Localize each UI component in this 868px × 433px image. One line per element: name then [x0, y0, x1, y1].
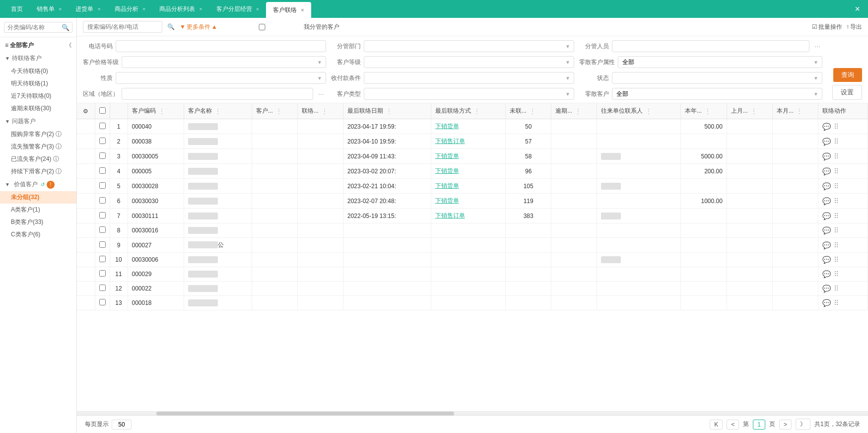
sidebar-item-class-c[interactable]: C类客户(6) [0, 228, 76, 241]
select-all-checkbox[interactable] [99, 107, 106, 114]
last-page-btn[interactable]: 》 [796, 419, 810, 430]
filter-cust-type-select[interactable] [364, 88, 574, 100]
first-page-btn[interactable]: K [710, 420, 723, 430]
more-conditions-btn[interactable]: ▼ 更多条件 ▲ [180, 23, 217, 31]
row-checkbox[interactable] [99, 226, 106, 233]
action-more-icon[interactable]: ⠿ [834, 256, 839, 264]
action-more-icon[interactable]: ⠿ [834, 152, 839, 160]
tab-product-analysis-close[interactable]: × [142, 0, 145, 18]
filter-zone-dots[interactable]: ··· [316, 90, 326, 98]
per-page-input[interactable] [112, 420, 132, 430]
action-chat-icon[interactable]: 💬 [822, 167, 831, 175]
reset-btn[interactable]: 设置 [832, 85, 862, 100]
row-checkbox-cell[interactable] [95, 267, 110, 282]
sidebar-item-declining[interactable]: 持续下滑客户(2) ⓘ [0, 165, 76, 178]
next-page-btn[interactable]: > [779, 420, 792, 430]
tab-product-analysis-list-close[interactable]: × [199, 0, 202, 18]
action-chat-icon[interactable]: 💬 [822, 138, 831, 145]
all-customers-header[interactable]: ≡ 全部客户 《 [0, 37, 76, 52]
row-checkbox-cell[interactable] [95, 149, 110, 164]
action-chat-icon[interactable]: 💬 [822, 212, 831, 220]
sidebar-item-tomorrow[interactable]: 明天待联络(1) [0, 77, 76, 90]
row-checkbox[interactable] [99, 197, 106, 204]
sidebar-collapse-icon[interactable]: 《 [66, 42, 71, 49]
row-checkbox[interactable] [99, 182, 106, 189]
action-chat-icon[interactable]: 💬 [822, 241, 831, 249]
global-close-btn[interactable]: × [855, 4, 860, 14]
action-more-icon[interactable]: ⠿ [834, 299, 839, 307]
row-checkbox-cell[interactable] [95, 179, 110, 194]
prev-page-btn[interactable]: < [727, 420, 739, 430]
row-checkbox[interactable] [99, 212, 106, 218]
action-more-icon[interactable]: ⠿ [834, 226, 839, 234]
tab-customer-segment-close[interactable]: × [256, 0, 259, 18]
tab-purchase-close[interactable]: × [97, 0, 100, 18]
row-checkbox-cell[interactable] [95, 223, 110, 238]
row-checkbox-cell[interactable] [95, 119, 110, 134]
col-checkbox[interactable] [95, 103, 110, 119]
row-checkbox[interactable] [99, 299, 106, 305]
action-more-icon[interactable]: ⠿ [834, 241, 839, 249]
sidebar-item-7days[interactable]: 近7天待联络(0) [0, 90, 76, 102]
sidebar-item-churned[interactable]: 已流失客户(24) ⓘ [0, 153, 76, 165]
filter-manager-dots[interactable]: ··· [812, 42, 822, 50]
search-input[interactable] [83, 21, 162, 33]
row-checkbox[interactable] [99, 241, 106, 248]
action-more-icon[interactable]: ⠿ [834, 123, 839, 131]
tab-customer-contact-close[interactable]: × [301, 2, 304, 18]
tab-sales-close[interactable]: × [59, 0, 62, 18]
tab-home[interactable]: 首页 [4, 0, 30, 18]
row-checkbox-cell[interactable] [95, 296, 110, 310]
sidebar-item-class-b[interactable]: B类客户(33) [0, 216, 76, 228]
filter-manager-input[interactable] [612, 40, 809, 52]
row-checkbox[interactable] [99, 123, 106, 129]
filter-payment-select[interactable] [364, 72, 574, 84]
query-btn[interactable]: 查询 [833, 68, 862, 82]
action-chat-icon[interactable]: 💬 [822, 182, 831, 190]
filter-status-select[interactable] [612, 72, 822, 84]
tab-product-analysis-list[interactable]: 商品分析列表 × [152, 0, 209, 18]
row-checkbox-cell[interactable] [95, 134, 110, 149]
tab-sales[interactable]: 销售单 × [30, 0, 68, 18]
row-checkbox-cell[interactable] [95, 164, 110, 179]
row-checkbox-cell[interactable] [95, 253, 110, 267]
filter-price-grade-select[interactable] [122, 56, 326, 68]
col-gear[interactable]: ⚙ [77, 103, 95, 119]
filter-cust-grade-select[interactable] [364, 56, 574, 68]
action-more-icon[interactable]: ⠿ [834, 270, 839, 278]
value-refresh-icon[interactable]: ↺ [41, 182, 45, 187]
sidebar-item-today[interactable]: 今天待联络(0) [0, 65, 76, 77]
action-chat-icon[interactable]: 💬 [822, 256, 831, 264]
batch-ops-btn[interactable]: ☑ 批量操作 [812, 23, 842, 31]
tab-customer-contact[interactable]: 客户联络 × [266, 2, 311, 18]
action-chat-icon[interactable]: 💬 [822, 270, 831, 278]
my-customers-checkbox-wrap[interactable]: 我分管的客户 [222, 23, 339, 31]
row-checkbox[interactable] [99, 152, 106, 159]
action-chat-icon[interactable]: 💬 [822, 152, 831, 160]
tab-customer-segment[interactable]: 客户分层经营 × [209, 0, 266, 18]
row-checkbox-cell[interactable] [95, 209, 110, 223]
row-checkbox-cell[interactable] [95, 282, 110, 296]
action-chat-icon[interactable]: 💬 [822, 123, 831, 131]
row-checkbox[interactable] [99, 285, 106, 291]
action-chat-icon[interactable]: 💬 [822, 197, 831, 205]
filter-retail-cust-select[interactable]: 全部 [612, 88, 822, 100]
sidebar-item-churn-warning[interactable]: 流失预警客户(3) ⓘ [0, 141, 76, 153]
row-checkbox[interactable] [99, 270, 106, 277]
search-icon[interactable]: 🔍 [167, 23, 175, 30]
action-chat-icon[interactable]: 💬 [822, 285, 831, 292]
filter-zone-input[interactable] [122, 88, 313, 100]
row-checkbox[interactable] [99, 167, 106, 174]
action-chat-icon[interactable]: 💬 [822, 226, 831, 234]
sidebar-item-unclassified[interactable]: 未分组(32) [0, 191, 76, 204]
sidebar-group-value[interactable]: ▼ 价值客户 ↺ ! [0, 178, 76, 191]
action-more-icon[interactable]: ⠿ [834, 167, 839, 175]
row-checkbox[interactable] [99, 138, 106, 144]
sidebar-item-hoarding-abnormal[interactable]: 囤购异常客户(2) ⓘ [0, 128, 76, 141]
sidebar-item-overdue[interactable]: 逾期未联络(30) [0, 102, 76, 115]
sidebar-group-pending[interactable]: ▼ 待联络客户 [0, 52, 76, 65]
horizontal-scrollbar[interactable] [77, 411, 868, 415]
row-checkbox-cell[interactable] [95, 238, 110, 253]
filter-dept-select[interactable] [364, 40, 574, 52]
action-more-icon[interactable]: ⠿ [834, 138, 839, 145]
